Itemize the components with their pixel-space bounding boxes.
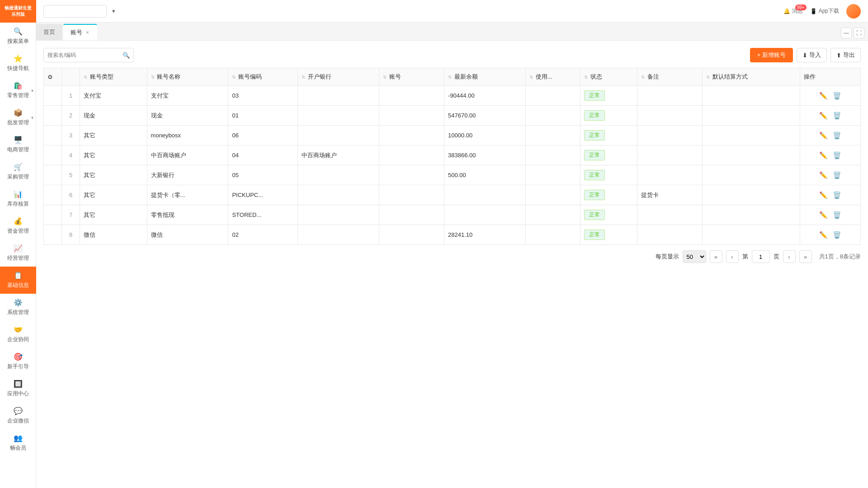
col-header-balance[interactable]: ⇅ 最新余额: [444, 68, 526, 86]
sidebar-item-search[interactable]: 🔍 搜索菜单: [0, 23, 36, 50]
row-action: ✏️ 🗑️: [800, 86, 860, 106]
header-dropdown[interactable]: ▾: [112, 8, 115, 14]
edit-button[interactable]: ✏️: [817, 210, 830, 220]
sidebar-item-system[interactable]: ⚙️ 系统管理: [0, 294, 36, 321]
row-use: [525, 225, 580, 245]
row-name: 提货卡（零...: [147, 185, 228, 205]
row-status: 正常: [580, 185, 637, 205]
settings-icon[interactable]: ⚙: [47, 74, 53, 80]
row-code: 06: [228, 126, 298, 145]
header-search-input[interactable]: [43, 5, 107, 18]
table-row: 5 其它 大新银行 05 500.00 正常 ✏️ 🗑️: [44, 165, 861, 185]
delete-button[interactable]: 🗑️: [831, 230, 843, 240]
row-code: 03: [228, 86, 298, 106]
app-logo: 畅捷通财生意 乐邦版: [0, 0, 36, 23]
sidebar-item-wholesale[interactable]: 📦 批发管理 ▾: [0, 104, 36, 131]
ecommerce-icon: 🖥️: [14, 136, 23, 144]
first-page-button[interactable]: «: [710, 250, 722, 263]
tab-close-icon[interactable]: ×: [85, 28, 90, 37]
edit-button[interactable]: ✏️: [817, 131, 830, 141]
next-page-button[interactable]: ›: [783, 250, 796, 263]
col-header-code[interactable]: ⇅ 账号编码: [228, 68, 298, 86]
notification-button[interactable]: 🔔 消息 99+: [783, 7, 803, 15]
page-size-select[interactable]: 50 20 100: [683, 250, 706, 263]
delete-button[interactable]: 🗑️: [831, 91, 843, 101]
sidebar-item-finance[interactable]: 💰 资金管理: [0, 212, 36, 239]
app-download-button[interactable]: 📱 App下载: [810, 7, 839, 15]
last-page-button[interactable]: »: [799, 250, 812, 263]
table-row: 4 其它 中百商场账户 04 中百商场账户 383866.00 正常 ✏️ 🗑️: [44, 145, 861, 165]
row-bank: [298, 205, 379, 225]
collab-icon: 🤝: [14, 325, 23, 334]
prev-page-button[interactable]: ‹: [726, 250, 739, 263]
col-header-remark[interactable]: ⇅ 备注: [637, 68, 703, 86]
tab-account[interactable]: 账号 ×: [63, 24, 97, 40]
edit-button[interactable]: ✏️: [817, 111, 830, 121]
sidebar-item-nav[interactable]: ⭐ 快捷导航: [0, 50, 36, 77]
edit-button[interactable]: ✏️: [817, 91, 830, 101]
header-right: 🔔 消息 99+ 📱 App下载: [783, 4, 861, 19]
delete-button[interactable]: 🗑️: [831, 150, 843, 160]
col-header-type[interactable]: ⇅ 账号类型: [80, 68, 147, 86]
page-input[interactable]: [752, 250, 770, 263]
row-action: ✏️ 🗑️: [800, 225, 860, 245]
row-action: ✏️ 🗑️: [800, 126, 860, 145]
row-name: 零售抵现: [147, 205, 228, 225]
export-icon: ⬆: [836, 52, 841, 59]
tab-home[interactable]: 首页: [36, 24, 62, 40]
row-action: ✏️ 🗑️: [800, 106, 860, 126]
page-content: 🔍 + 新增账号 ⬇ 导入 ⬆ 导出: [36, 41, 868, 488]
finance-icon: 💰: [14, 217, 23, 225]
edit-button[interactable]: ✏️: [817, 190, 830, 200]
col-header-index: [62, 68, 80, 86]
system-icon: ⚙️: [14, 298, 23, 307]
sidebar-item-basic-info[interactable]: 📋 基础信息: [0, 267, 36, 294]
search-button[interactable]: 🔍: [119, 48, 133, 62]
edit-button[interactable]: ✏️: [817, 150, 830, 160]
search-input[interactable]: [44, 48, 119, 62]
col-header-bank[interactable]: ⇅ 开户银行: [298, 68, 379, 86]
tab-minimize-button[interactable]: —: [841, 28, 852, 38]
total-label: 共1页，8条记录: [819, 253, 861, 261]
delete-button[interactable]: 🗑️: [831, 170, 843, 180]
sidebar-item-guide[interactable]: 🎯 新手引导: [0, 348, 36, 375]
col-header-account[interactable]: ⇅ 账号: [379, 68, 444, 86]
sidebar-item-ecommerce[interactable]: 🖥️ 电商管理: [0, 131, 36, 158]
search-icon: 🔍: [14, 27, 23, 36]
sidebar-item-member[interactable]: 👥 畅会员: [0, 429, 36, 456]
chevron-down-icon: ▾: [112, 8, 115, 14]
row-status: 正常: [580, 205, 637, 225]
sidebar-item-collab[interactable]: 🤝 企业协同: [0, 321, 36, 348]
sidebar-item-apps[interactable]: 🔲 应用中心: [0, 375, 36, 402]
row-name: 支付宝: [147, 86, 228, 106]
sidebar-item-wechat-work[interactable]: 💬 企业微信: [0, 402, 36, 429]
table-row: 7 其它 零售抵现 STORED... 正常 ✏️ 🗑️: [44, 205, 861, 225]
add-account-button[interactable]: + 新增账号: [750, 48, 793, 62]
edit-button[interactable]: ✏️: [817, 170, 830, 180]
sidebar-item-inventory[interactable]: 📊 库存核算: [0, 185, 36, 212]
sidebar-item-operations[interactable]: 📈 经营管理: [0, 239, 36, 267]
wechat-work-icon: 💬: [14, 407, 23, 415]
wholesale-icon: 📦: [14, 108, 23, 117]
row-status: 正常: [580, 126, 637, 145]
row-type: 微信: [80, 225, 147, 245]
delete-button[interactable]: 🗑️: [831, 210, 843, 220]
tab-maximize-button[interactable]: ⛶: [854, 28, 864, 38]
user-avatar[interactable]: [846, 4, 861, 19]
col-header-use[interactable]: ⇅ 使用...: [525, 68, 580, 86]
delete-button[interactable]: 🗑️: [831, 131, 843, 141]
sidebar-item-retail[interactable]: 🛍️ 零售管理 ▾: [0, 77, 36, 104]
col-header-status[interactable]: ⇅ 状态: [580, 68, 637, 86]
sidebar-item-purchase[interactable]: 🛒 采购管理: [0, 158, 36, 185]
import-button[interactable]: ⬇ 导入: [797, 48, 827, 62]
row-settings-cell: [44, 145, 62, 165]
delete-button[interactable]: 🗑️: [831, 190, 843, 200]
export-button[interactable]: ⬆ 导出: [830, 48, 861, 62]
header-left: ▾: [43, 5, 115, 18]
row-status: 正常: [580, 165, 637, 185]
edit-button[interactable]: ✏️: [817, 230, 830, 240]
col-header-name[interactable]: ⇅ 账号名称: [147, 68, 228, 86]
col-header-default-settlement[interactable]: ⇅ 默认结算方式: [702, 68, 800, 86]
sort-icon2: ⇅: [151, 75, 155, 80]
delete-button[interactable]: 🗑️: [831, 111, 843, 121]
